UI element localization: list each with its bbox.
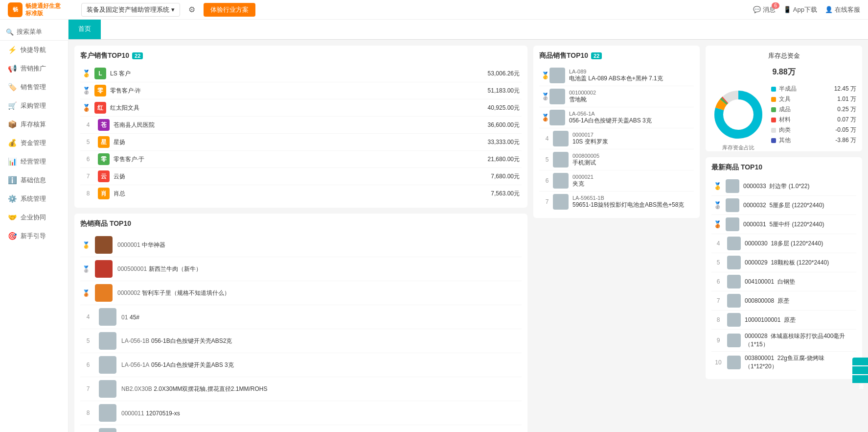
inventory-card: 库存总资金 9.88万 — [706, 46, 862, 151]
messages-button[interactable]: 💬 消息 6 — [753, 5, 776, 14]
inventory-icon: 📦 — [8, 120, 17, 129]
product-info: 10000100001 原垄 — [745, 316, 854, 324]
customer-amount: 7,563.00元 — [491, 190, 520, 198]
hot-products-title: 热销商品 TOP10 — [80, 219, 522, 228]
product-info: LA-59651-1B 59651-1B旋转投影灯电池盒ABS黑色+58克 — [572, 195, 692, 209]
sidebar-item-marketing[interactable]: 📢 营销推广 — [0, 59, 68, 78]
rank-number: 7 — [82, 173, 94, 180]
table-row: 6 零 零售客户·于 21,680.00元 — [80, 151, 522, 168]
customer-ranking-title: 客户销售TOP10 22 — [80, 51, 522, 60]
topbar-right: 💬 消息 6 📱 App下载 👤 在线客服 — [753, 5, 860, 14]
product-image — [95, 260, 113, 278]
system-icon: ⚙️ — [8, 194, 17, 203]
product-info: 003800001 22g鱼豆腐-烧烤味（1*12*20） — [745, 354, 854, 371]
table-row: 🥈 零 零售客户·许 51,183.00元 — [80, 82, 522, 99]
legend-dot — [771, 87, 776, 92]
live-button[interactable]: 直播 — [852, 375, 868, 383]
donut-chart: 库存资金占比 — [711, 88, 765, 142]
rank-medal: 🥈 — [713, 201, 722, 209]
app-download-button[interactable]: 📱 App下载 — [783, 5, 817, 14]
right-column: 库存总资金 9.88万 — [706, 46, 862, 432]
search-menu[interactable]: 🔍 搜索菜单 — [0, 24, 68, 41]
list-item: 🥈 0000032 5厘多层 (1220*2440) — [711, 196, 856, 215]
inventory-total-value: 9.88万 — [711, 62, 856, 78]
avatar: L — [94, 68, 106, 79]
rank-medal: 🥇 — [82, 241, 90, 249]
customer-amount: 53,006.26元 — [488, 70, 520, 78]
product-info: LA-056-1A 056-1A白色按键开关盖ABS 3克 — [121, 361, 520, 369]
table-row: 🥇 L LS 客户 53,006.26元 — [80, 65, 522, 82]
product-image — [99, 380, 116, 398]
sidebar-item-system[interactable]: ⚙️ 系统管理 — [0, 190, 68, 208]
customer-service-button[interactable]: 客服热线 — [852, 358, 868, 365]
sidebar-item-operations[interactable]: 📊 经营管理 — [0, 152, 68, 171]
avatar: 红 — [94, 102, 106, 114]
product-image — [553, 173, 569, 189]
rank-number: 5 — [713, 259, 723, 266]
layout: 🔍 搜索菜单 ⚡ 快捷导航 📢 营销推广 🏷️ 销售管理 🛒 采购管理 📦 库存… — [0, 20, 868, 432]
sidebar-item-inventory[interactable]: 📦 库存核算 — [0, 115, 68, 134]
sidebar: 🔍 搜索菜单 ⚡ 快捷导航 📢 营销推广 🏷️ 销售管理 🛒 采购管理 📦 库存… — [0, 20, 69, 432]
legend-item: 肉类 -0.05 万 — [771, 125, 856, 135]
rank-number: 4 — [713, 240, 723, 247]
rank-medal: 🥉 — [713, 220, 722, 228]
product-image — [726, 198, 739, 212]
customer-name: 肖总 — [114, 190, 491, 198]
sidebar-item-guide[interactable]: 🎯 新手引导 — [0, 227, 68, 245]
list-item: 5 LA-056-1B 056-1B白色按键开关壳ABS2克 — [80, 329, 522, 353]
customer-name: 苍南县人民医院 — [114, 121, 488, 129]
customer-amount: 7,680.00元 — [491, 172, 520, 181]
avatar: 肖 — [98, 188, 110, 199]
finance-icon: 💰 — [8, 139, 17, 147]
product-info: 0000030 18多层 (1220*2440) — [745, 240, 854, 248]
rank-number: 8 — [82, 409, 94, 416]
online-service-button[interactable]: 👤 在线客服 — [825, 5, 860, 14]
brand: 畅 畅捷通好生意 标准版 — [8, 2, 76, 17]
customer-name: 零售客户·于 — [114, 155, 488, 164]
product-image — [726, 179, 739, 193]
service-community-button[interactable]: 服务社区 — [852, 366, 868, 374]
product-image — [99, 404, 116, 422]
rank-number: 5 — [541, 156, 553, 163]
sidebar-item-navigation[interactable]: ⚡ 快捷导航 — [0, 41, 68, 59]
list-item: 9 KK-SD22110H 花语萌恒温分蘸桶袋（厚款） — [80, 425, 522, 432]
list-item: 9 0000028 体城嘉枝味苏打饮品400毫升（1*15） — [711, 330, 856, 352]
collab-icon: 🤝 — [8, 213, 17, 222]
product-image — [553, 194, 569, 210]
operations-icon: 📊 — [8, 157, 17, 166]
legend-item: 材料 0.07 万 — [771, 115, 856, 125]
list-item: 5 0000029 18颗粒板 (1220*2440) — [711, 253, 856, 272]
product-info: 004100001 白钢垫 — [745, 278, 854, 286]
marketing-icon: 📢 — [8, 64, 17, 73]
inventory-total-label: 库存总资金 — [711, 51, 856, 60]
rank-number: 6 — [82, 361, 94, 368]
product-info: 001000002 雪地靴 — [569, 90, 692, 104]
legend-item: 半成品 12.45 万 — [771, 84, 856, 94]
basics-icon: ℹ️ — [8, 176, 17, 185]
product-info: 000800008 原垄 — [745, 297, 854, 305]
table-row: 5 星 星扬 33,333.00元 — [80, 134, 522, 151]
table-row: 4 苍 苍南县人民医院 36,600.00元 — [80, 117, 522, 134]
rank-medal: 🥇 — [541, 72, 549, 79]
product-image — [727, 237, 741, 250]
nav-tabs: 首页 — [69, 20, 868, 40]
settings-icon[interactable]: ⚙ — [185, 3, 199, 17]
avatar: 星 — [98, 136, 110, 148]
rank-number: 7 — [541, 198, 553, 205]
legend-dot — [771, 118, 776, 122]
product-image — [727, 294, 741, 308]
avatar: 苍 — [98, 119, 110, 131]
system-selector[interactable]: 装备及固定资产辅助管理系统 ▾ — [81, 3, 180, 17]
sidebar-item-sales[interactable]: 🏷️ 销售管理 — [0, 78, 68, 96]
customer-amount: 36,600.00元 — [488, 121, 520, 129]
product-info: 0000033 封边带 (1.0*22) — [743, 182, 854, 191]
sidebar-item-collab[interactable]: 🤝 企业协同 — [0, 208, 68, 227]
sidebar-item-basics[interactable]: ℹ️ 基础信息 — [0, 171, 68, 190]
sidebar-item-purchase[interactable]: 🛒 采购管理 — [0, 96, 68, 115]
customer-name: 零售客户·许 — [110, 87, 488, 95]
tab-home[interactable]: 首页 — [69, 20, 101, 39]
trial-button[interactable]: 体验行业方案 — [204, 3, 255, 17]
sidebar-item-finance[interactable]: 💰 资金管理 — [0, 134, 68, 152]
list-item: 4 0000030 18多层 (1220*2440) — [711, 234, 856, 253]
legend-dot — [771, 138, 776, 143]
